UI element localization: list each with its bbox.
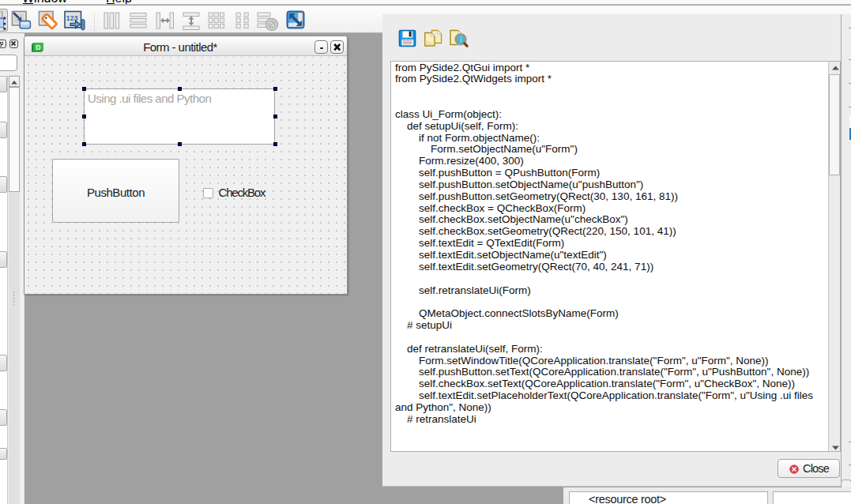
svg-text:123: 123: [66, 14, 78, 22]
